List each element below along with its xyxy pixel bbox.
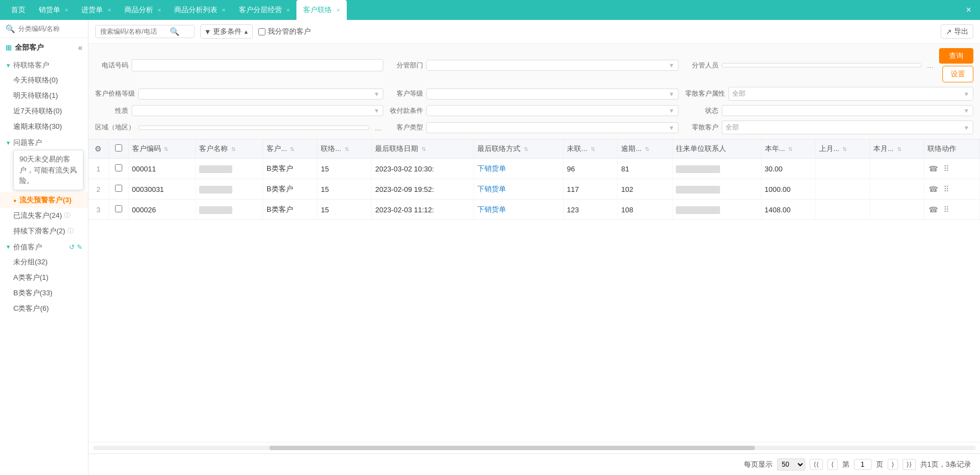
page-input[interactable] <box>854 459 872 470</box>
tab-sales[interactable]: 销货单 × <box>32 0 75 20</box>
tab-customer-segment-close[interactable]: × <box>286 7 290 13</box>
chevron-down-icon-7: ▼ <box>963 107 969 114</box>
sidebar-item-c-class[interactable]: C类客户(6) <box>0 301 88 316</box>
row-1-last-method[interactable]: 下销货单 <box>474 159 564 179</box>
sidebar-item-a-class[interactable]: A类客户(1) <box>0 270 88 285</box>
tab-customer-segment[interactable]: 客户分层经营 × <box>232 0 296 20</box>
per-page-select[interactable]: 50 100 <box>777 458 805 471</box>
th-last-method[interactable]: 最后联络方式 ⇅ <box>474 139 564 159</box>
setting-button[interactable]: 设置 <box>942 66 973 82</box>
th-contacts[interactable]: 往来单位联系人 <box>672 139 761 159</box>
tab-purchase-close[interactable]: × <box>107 7 111 13</box>
sidebar-item-declining[interactable]: 持续下滑客户(2) ⓘ <box>0 223 88 239</box>
sidebar-item-7days-pending[interactable]: 近7天待联络(0) <box>0 103 88 119</box>
tab-purchase[interactable]: 进货单 × <box>75 0 117 20</box>
refresh-icon[interactable]: ↺ <box>69 243 75 251</box>
filter-retail-customer-select[interactable]: 全部 ▼ <box>722 121 973 134</box>
mine-checkbox[interactable] <box>258 28 265 35</box>
export-button[interactable]: ↗ 导出 <box>941 24 973 39</box>
tab-product-analysis[interactable]: 商品分析 × <box>118 0 168 20</box>
th-contact[interactable]: 联络... ⇅ <box>317 139 372 159</box>
page-suffix: 页 <box>876 460 883 469</box>
prev-page-button[interactable]: ⟨ <box>827 459 838 470</box>
th-this-month[interactable]: 本月... ⇅ <box>870 139 924 159</box>
row-1-checkbox[interactable] <box>115 164 122 171</box>
row-1-contact-icon[interactable]: ☎ <box>927 163 939 174</box>
sidebar-all-customers[interactable]: ⊞ 全部客户 « <box>0 38 88 57</box>
row-2-more-icon[interactable]: ⠿ <box>941 184 952 195</box>
filter-region-select[interactable] <box>138 126 369 130</box>
th-overdue[interactable]: 逾期... ⇅ <box>618 139 672 159</box>
th-last-month[interactable]: 上月... ⇅ <box>815 139 869 159</box>
sidebar-search-input[interactable] <box>18 25 82 33</box>
filter-dept-select[interactable]: ▼ <box>426 60 678 71</box>
row-2-overdue: 102 <box>618 179 672 200</box>
filter-manager-select[interactable] <box>722 63 922 67</box>
row-2-contact-icon[interactable]: ☎ <box>927 184 939 195</box>
filter-price-level-select[interactable]: ▼ <box>138 88 383 100</box>
sidebar-item-churned[interactable]: 已流失客户(24) ⓘ <box>0 208 88 223</box>
th-uncontact[interactable]: 未联... ⇅ <box>564 139 618 159</box>
search-icon[interactable]: 🔍 <box>170 27 179 36</box>
select-all-checkbox[interactable] <box>115 144 122 152</box>
sidebar-collapse-icon[interactable]: « <box>78 43 82 52</box>
filter-payment-select[interactable]: ▼ <box>426 105 678 116</box>
sidebar-item-churn-warning[interactable]: ● 流失预警客户(3) <box>0 192 88 208</box>
first-page-button[interactable]: ⟨⟨ <box>810 459 823 470</box>
last-page-button[interactable]: ⟩⟩ <box>903 459 916 470</box>
sidebar-item-overdue-pending[interactable]: 逾期未联络(30) <box>0 119 88 134</box>
row-2-contacts-blurred <box>676 186 720 194</box>
row-3-more-icon[interactable]: ⠿ <box>941 204 952 215</box>
tab-product-analysis-list-close[interactable]: × <box>222 7 225 13</box>
row-3-contact-icon[interactable]: ☎ <box>927 204 939 215</box>
row-2-last-method[interactable]: 下销货单 <box>474 179 564 200</box>
horizontal-scrollbar[interactable] <box>88 442 980 453</box>
row-1-more-icon[interactable]: ⠿ <box>941 163 952 174</box>
row-3-checkbox[interactable] <box>115 205 122 212</box>
sort-icon-10: ⇅ <box>842 146 847 152</box>
th-this-year[interactable]: 本年... ⇅ <box>761 139 815 159</box>
th-type[interactable]: 客户... ⇅ <box>263 139 317 159</box>
th-settings[interactable]: ⚙ <box>88 139 108 159</box>
next-page-button[interactable]: ⟩ <box>888 459 898 470</box>
filter-nature-select[interactable]: ▼ <box>132 105 383 116</box>
triangle-icon: ▼ <box>6 62 11 69</box>
tab-product-analysis-close[interactable]: × <box>158 7 161 13</box>
sidebar-item-today-pending[interactable]: 今天待联络(0) <box>0 72 88 88</box>
more-conditions-button[interactable]: ▼ 更多条件 ▲ <box>200 24 253 39</box>
filter-status-select[interactable]: ▼ <box>722 105 973 116</box>
settings-gear-icon[interactable]: ⚙ <box>95 144 102 153</box>
sidebar-group-problem[interactable]: ▼ 问题客户 <box>0 134 88 150</box>
th-last-date[interactable]: 最后联络日期 ⇅ <box>372 139 474 159</box>
filter-dept-label: 分管部门 <box>390 61 423 70</box>
sidebar-item-tomorrow-pending[interactable]: 明天待联络(1) <box>0 88 88 103</box>
info-icon: ⓘ <box>64 211 70 220</box>
tab-home[interactable]: 首页 <box>4 0 32 20</box>
filter-phone-input[interactable] <box>132 59 383 71</box>
sidebar-item-b-class[interactable]: B类客户(33) <box>0 285 88 301</box>
sidebar-group-value[interactable]: ▼ 价值客户 ↺ ✎ <box>0 239 88 254</box>
search-input[interactable] <box>100 28 166 35</box>
filter-nature-label: 性质 <box>95 106 128 116</box>
ellipsis-icon-2[interactable]: ... <box>373 123 384 132</box>
scrollbar-thumb[interactable] <box>269 446 755 450</box>
edit-icon[interactable]: ✎ <box>77 243 82 251</box>
sidebar-item-ungrouped[interactable]: 未分组(32) <box>0 254 88 270</box>
filter-customer-type-select[interactable]: ▼ <box>426 122 678 133</box>
th-name[interactable]: 客户名称 ⇅ <box>196 139 263 159</box>
row-3-contacts <box>672 200 761 220</box>
tab-customer-contact-close[interactable]: × <box>336 7 340 13</box>
row-2-checkbox[interactable] <box>115 185 122 192</box>
tab-sales-close[interactable]: × <box>65 7 68 13</box>
row-3-last-method[interactable]: 下销货单 <box>474 200 564 220</box>
filter-customer-level-select[interactable]: ▼ <box>426 88 678 100</box>
tab-customer-contact[interactable]: 客户联络 × <box>296 0 346 20</box>
filter-retail-attr-select[interactable]: 全部 ▼ <box>728 87 973 101</box>
th-code[interactable]: 客户编码 ⇅ <box>128 139 196 159</box>
ellipsis-icon[interactable]: ... <box>925 61 936 70</box>
close-all-button[interactable]: × <box>962 5 976 15</box>
row-3-name-blurred <box>199 206 232 214</box>
tab-product-analysis-list[interactable]: 商品分析列表 × <box>168 0 232 20</box>
sidebar-group-pending[interactable]: ▼ 待联络客户 <box>0 57 88 72</box>
query-button[interactable]: 查询 <box>939 48 973 64</box>
